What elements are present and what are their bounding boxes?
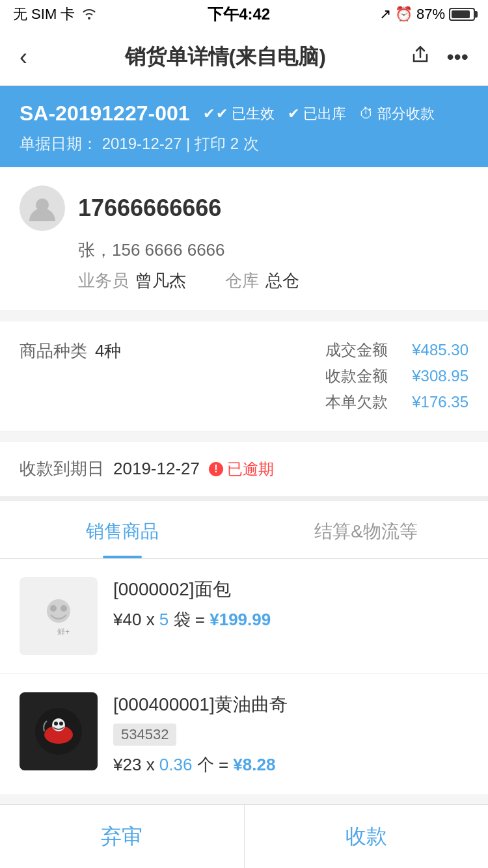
warehouse-item: 仓库 总仓: [225, 269, 299, 292]
meta-date-value: 2019-12-27: [102, 135, 182, 152]
price-x-1: x: [146, 610, 159, 629]
svg-point-3: [61, 605, 67, 612]
status-left: 无 SIM 卡: [13, 5, 98, 24]
nav-actions: •••: [410, 44, 468, 70]
product-item-2: [000400001]黄油曲奇 534532 ¥23 x 0.36 个 = ¥8…: [0, 674, 488, 795]
svg-text:鲜+: 鲜+: [57, 627, 70, 636]
price-base-1: ¥40: [113, 610, 141, 629]
status-badge-partial: ⏱ 部分收款: [359, 104, 435, 124]
overdue-text: 已逾期: [227, 459, 274, 480]
product-name-1: [0000002]面包: [113, 577, 468, 602]
customer-top: 17666666666: [20, 185, 468, 231]
location-icon: ↗: [379, 6, 391, 23]
product-image-1: 鲜+: [20, 577, 98, 655]
warehouse-label: 仓库: [225, 269, 259, 292]
meta-print-info: | 打印 2 次: [186, 135, 259, 152]
debt-label: 本单欠款: [325, 392, 388, 413]
price-eq-2: =: [219, 755, 233, 774]
back-button[interactable]: ‹: [20, 44, 27, 71]
price-unit-2: 个: [197, 755, 214, 774]
debt-row: 本单欠款 ¥176.35: [325, 392, 468, 413]
due-date: 2019-12-27: [113, 459, 200, 479]
battery-text: 87%: [416, 6, 445, 23]
product-price-1: ¥40 x 5 袋 = ¥199.99: [113, 608, 468, 631]
nav-bar: ‹ 销货单详情(来自电脑) •••: [0, 29, 488, 86]
due-label: 收款到期日: [20, 457, 104, 480]
svg-point-8: [54, 722, 58, 726]
collect-button[interactable]: 收款: [245, 805, 489, 868]
price-total-2: ¥8.28: [233, 755, 275, 774]
summary-left: 商品种类 4种: [20, 340, 121, 413]
received-row: 收款金额 ¥308.95: [325, 366, 468, 387]
price-base-2: ¥23: [113, 755, 141, 774]
price-qty-2: 0.36: [159, 755, 193, 774]
svg-point-9: [59, 722, 63, 726]
status-badge-activated: ✔ ✔ 已生效: [203, 104, 275, 124]
product-image-2: [20, 692, 98, 770]
product-details-1: [0000002]面包 ¥40 x 5 袋 = ¥199.99: [113, 577, 468, 631]
customer-name: 17666666666: [78, 195, 221, 222]
staff-item: 业务员 曾凡杰: [78, 269, 186, 292]
kind-value: 4种: [95, 340, 121, 362]
clock-icon: ⏱: [359, 105, 373, 122]
bottom-bar: 弃审 收款: [0, 804, 488, 868]
price-qty-1: 5: [159, 610, 169, 629]
warehouse-value: 总仓: [265, 269, 299, 292]
order-meta: 单据日期： 2019-12-27 | 打印 2 次: [20, 133, 468, 154]
tab-settlement[interactable]: 结算&物流等: [244, 501, 488, 558]
svg-point-2: [50, 605, 57, 612]
product-tag-2: 534532: [113, 724, 176, 746]
debt-value: ¥176.35: [403, 393, 468, 411]
amount-value: ¥485.30: [403, 341, 468, 359]
page-title: 销货单详情(来自电脑): [40, 43, 410, 72]
product-item: 鲜+ [0000002]面包 ¥40 x 5 袋 = ¥199.99: [0, 559, 488, 674]
carrier-text: 无 SIM 卡: [13, 5, 75, 24]
tabs: 销售商品 结算&物流等: [0, 501, 488, 559]
check-icon-1: ✔: [203, 105, 215, 122]
battery-icon: [449, 8, 475, 21]
status-bar: 无 SIM 卡 下午4:42 ↗ ⏰ 87%: [0, 0, 488, 29]
check-icon-2: ✔: [288, 105, 299, 122]
meta-date-label: 单据日期：: [20, 135, 98, 152]
order-id: SA-20191227-001: [20, 102, 190, 126]
overdue-badge: ! 已逾期: [209, 459, 274, 480]
avatar: [20, 185, 65, 231]
product-name-2: [000400001]黄油曲奇: [113, 692, 468, 717]
share-button[interactable]: [410, 44, 431, 70]
staff-value: 曾凡杰: [135, 269, 186, 292]
reject-button[interactable]: 弃审: [0, 805, 245, 868]
price-unit-1: 袋: [174, 610, 191, 629]
customer-section: 17666666666 张，156 6666 6666 业务员 曾凡杰 仓库 总…: [0, 167, 488, 311]
summary-grid: 商品种类 4种 成交金额 ¥485.30 收款金额 ¥308.95 本单欠款 ¥…: [20, 340, 468, 413]
staff-label: 业务员: [78, 269, 129, 292]
status-badge-shipped: ✔ 已出库: [288, 104, 346, 124]
received-label: 收款金额: [325, 366, 388, 387]
price-total-1: ¥199.99: [210, 610, 271, 629]
price-eq-1: =: [195, 610, 210, 629]
overdue-icon: !: [209, 462, 223, 476]
due-section: 收款到期日 2019-12-27 ! 已逾期: [0, 442, 488, 501]
order-header: SA-20191227-001 ✔ ✔ 已生效 ✔ 已出库 ⏱ 部分收款 单据日…: [0, 86, 488, 167]
status-time: 下午4:42: [208, 4, 270, 25]
customer-info: 张，156 6666 6666: [20, 239, 468, 262]
customer-staff: 业务员 曾凡杰 仓库 总仓: [20, 269, 468, 292]
order-header-top: SA-20191227-001 ✔ ✔ 已生效 ✔ 已出库 ⏱ 部分收款: [20, 102, 468, 126]
summary-right: 成交金额 ¥485.30 收款金额 ¥308.95 本单欠款 ¥176.35: [325, 340, 468, 413]
product-details-2: [000400001]黄油曲奇 534532 ¥23 x 0.36 个 = ¥8…: [113, 692, 468, 776]
price-x-2: x: [146, 755, 159, 774]
summary-section: 商品种类 4种 成交金额 ¥485.30 收款金额 ¥308.95 本单欠款 ¥…: [0, 321, 488, 431]
received-value: ¥308.95: [403, 367, 468, 385]
amount-row: 成交金额 ¥485.30: [325, 340, 468, 360]
more-button[interactable]: •••: [446, 45, 468, 69]
tab-products[interactable]: 销售商品: [0, 501, 244, 558]
product-price-2: ¥23 x 0.36 个 = ¥8.28: [113, 753, 468, 776]
kind-row: 商品种类 4种: [20, 340, 121, 362]
status-right: ↗ ⏰ 87%: [379, 6, 475, 23]
amount-label: 成交金额: [325, 340, 388, 360]
alarm-icon: ⏰: [395, 6, 413, 23]
kind-label: 商品种类: [20, 340, 87, 362]
wifi-icon: [80, 5, 98, 23]
product-list: 鲜+ [0000002]面包 ¥40 x 5 袋 = ¥199.99: [0, 559, 488, 795]
